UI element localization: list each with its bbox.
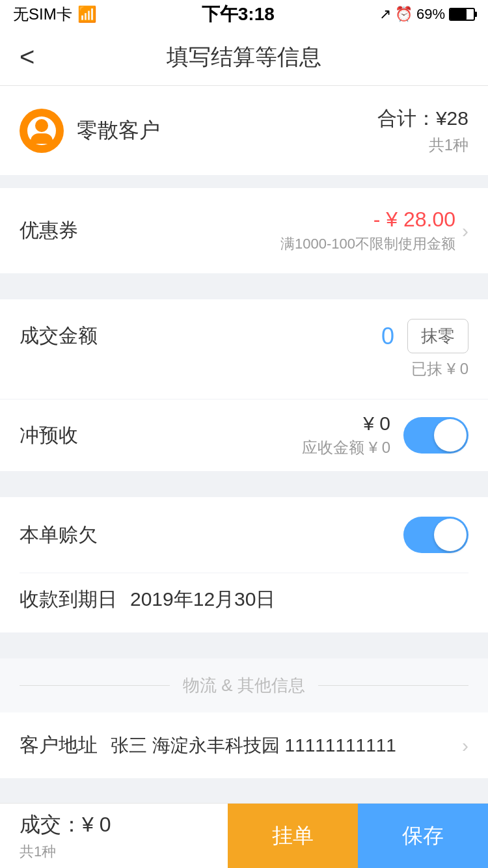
logistics-title: 物流 & 其他信息: [183, 674, 305, 697]
prereceive-right: ¥ 0 应收金额 ¥ 0: [302, 413, 468, 458]
address-chevron-icon: ›: [462, 735, 468, 757]
nav-bar: < 填写结算等信息: [0, 29, 488, 86]
total-count: 共1种: [377, 135, 468, 156]
already-rounded: 已抹 ¥ 0: [20, 359, 468, 392]
customer-card: 零散客户 合计：¥28 共1种: [0, 86, 488, 175]
bottom-count: 共1种: [20, 842, 208, 861]
customer-left: 零散客户: [20, 109, 160, 153]
prereceive-amount: ¥ 0: [302, 413, 390, 435]
deal-amount-row: 成交金额 0 抹零 已抹 ¥ 0: [0, 299, 488, 399]
customer-summary: 合计：¥28 共1种: [377, 105, 468, 156]
prereceive-label: 冲预收: [20, 422, 78, 449]
address-value: 张三 海淀永丰科技园 11111111111: [111, 733, 462, 758]
address-label: 客户地址: [20, 732, 98, 759]
debt-label: 本单赊欠: [20, 522, 98, 549]
bottom-deal: 成交：¥ 0: [20, 811, 208, 839]
duedate-value: 2019年12月30日: [130, 586, 275, 613]
avatar: [20, 109, 64, 153]
prereceive-row: 冲预收 ¥ 0 应收金额 ¥ 0: [0, 399, 488, 471]
coupon-info: - ¥ 28.00 满1000-100不限制使用金额: [280, 208, 455, 254]
prereceive-receivable: 应收金额 ¥ 0: [302, 437, 390, 458]
avatar-inner: [27, 116, 56, 145]
address-card: 客户地址 张三 海淀永丰科技园 11111111111 ›: [0, 712, 488, 778]
debt-toggle[interactable]: [403, 517, 468, 553]
location-icon: ↗: [379, 6, 391, 23]
content: 零散客户 合计：¥28 共1种 优惠券 - ¥ 28.00 满1000-100不…: [0, 86, 488, 868]
bottom-bar: 成交：¥ 0 共1种 挂单 保存: [0, 803, 488, 868]
coupon-row[interactable]: 优惠券 - ¥ 28.00 满1000-100不限制使用金额 ›: [0, 188, 488, 273]
deal-value: 0: [381, 323, 394, 350]
round-zero-button[interactable]: 抹零: [407, 319, 468, 353]
duedate-label: 收款到期日: [20, 586, 117, 613]
no-sim-label: 无SIM卡: [13, 4, 72, 25]
wifi-icon: 📶: [77, 5, 97, 23]
prereceive-info: ¥ 0 应收金额 ¥ 0: [302, 413, 390, 458]
save-button[interactable]: 保存: [358, 804, 488, 869]
customer-row: 零散客户 合计：¥28 共1种: [0, 86, 488, 175]
prereceive-toggle[interactable]: [403, 417, 468, 454]
debt-card: 本单赊欠 收款到期日 2019年12月30日: [0, 497, 488, 632]
status-left: 无SIM卡 📶: [13, 4, 97, 25]
logistics-line-left: [20, 685, 170, 686]
status-bar: 无SIM卡 📶 下午3:18 ↗ ⏰ 69%: [0, 0, 488, 29]
bottom-deal-label: 成交：: [20, 813, 82, 836]
page-title: 填写结算等信息: [167, 42, 321, 72]
address-row[interactable]: 客户地址 张三 海淀永丰科技园 11111111111 ›: [0, 712, 488, 778]
chevron-right-icon: ›: [462, 220, 468, 242]
coupon-discount: - ¥ 28.00: [280, 208, 455, 232]
bottom-deal-value: ¥ 0: [82, 813, 111, 836]
section-divider-3: [0, 645, 488, 658]
section-divider-2: [0, 484, 488, 497]
toggle-knob: [434, 419, 467, 452]
alarm-icon: ⏰: [395, 6, 413, 23]
coupon-card: 优惠券 - ¥ 28.00 满1000-100不限制使用金额 ›: [0, 188, 488, 273]
deal-right: 0 抹零: [381, 319, 468, 353]
debt-toggle-knob: [434, 519, 467, 551]
deal-row-top: 成交金额 0 抹零: [20, 319, 468, 353]
pending-button[interactable]: 挂单: [228, 804, 358, 869]
customer-name: 零散客户: [77, 116, 160, 145]
debt-row: 本单赊欠: [0, 497, 488, 573]
bottom-summary: 成交：¥ 0 共1种: [0, 811, 228, 861]
deal-label: 成交金额: [20, 323, 98, 349]
coupon-desc: 满1000-100不限制使用金额: [280, 234, 455, 254]
battery-percent: 69%: [416, 6, 445, 23]
back-button[interactable]: <: [20, 42, 34, 72]
logistics-header: 物流 & 其他信息: [0, 658, 488, 712]
status-right: ↗ ⏰ 69%: [379, 6, 475, 23]
battery-icon: [449, 8, 475, 21]
coupon-label: 优惠券: [20, 217, 78, 244]
coupon-right: - ¥ 28.00 满1000-100不限制使用金额 ›: [280, 208, 468, 254]
deal-card: 成交金额 0 抹零 已抹 ¥ 0 冲预收 ¥ 0 应收金额 ¥ 0: [0, 299, 488, 471]
status-time: 下午3:18: [202, 2, 275, 27]
duedate-row: 收款到期日 2019年12月30日: [0, 573, 488, 632]
section-divider-1: [0, 286, 488, 299]
logistics-line-right: [318, 685, 468, 686]
total-amount: 合计：¥28: [377, 105, 468, 132]
